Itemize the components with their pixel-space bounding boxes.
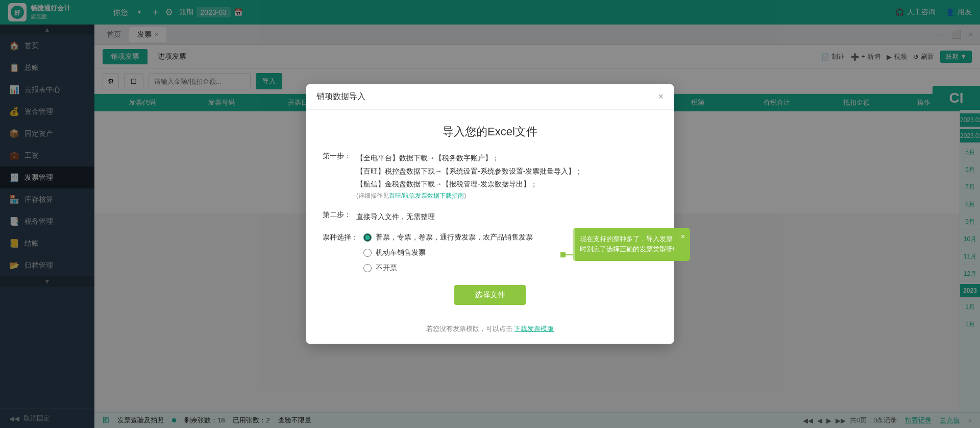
step1: 第一步： 【全电平台】数据下载→【税务数字账户】； 【百旺】税控盘数据下载→【系… xyxy=(323,152,657,201)
radio-input-1[interactable] xyxy=(363,233,372,242)
radio-group: 普票，专票，卷票，通行费发票，农产品销售发票 机动车销售发票 不开票 xyxy=(363,233,533,273)
tooltip-bubble: 现在支持的票种多了，导入发票时别忘了选择正确的发票类型呀! × xyxy=(573,228,690,261)
ticket-selection: 票种选择： 普票，专票，卷票，通行费发票，农产品销售发票 机动车销售发票 不开票 xyxy=(323,233,657,273)
modal-dialog: 销项数据导入 × 导入您的Excel文件 第一步： 【全电平台】数据下载→【税务… xyxy=(306,84,674,343)
radio-label-1: 普票，专票，卷票，通行费发票，农产品销售发票 xyxy=(376,233,533,242)
step1-line2: 【百旺】税控盘数据下载→【系统设置-系统参数设置-发票批量导入】； xyxy=(356,165,582,178)
step1-line1: 【全电平台】数据下载→【税务数字账户】； xyxy=(356,152,582,164)
tooltip-text: 现在支持的票种多了，导入发票时别忘了选择正确的发票类型呀! xyxy=(580,235,675,253)
modal-overlay: 销项数据导入 × 导入您的Excel文件 第一步： 【全电平台】数据下载→【税务… xyxy=(0,0,980,428)
footer-text: 若您没有发票模版，可以点击 xyxy=(426,325,512,332)
step2: 第二步： 直接导入文件，无需整理 xyxy=(323,210,657,223)
step1-content: 【全电平台】数据下载→【税务数字账户】； 【百旺】税控盘数据下载→【系统设置-系… xyxy=(356,152,582,201)
tooltip-container: 现在支持的票种多了，导入发票时别忘了选择正确的发票类型呀! × xyxy=(568,228,685,261)
select-file-button[interactable]: 选择文件 xyxy=(454,285,526,305)
radio-option-3[interactable]: 不开票 xyxy=(363,264,533,273)
modal-main-title: 导入您的Excel文件 xyxy=(323,124,657,139)
radio-input-3[interactable] xyxy=(363,264,372,272)
radio-option-2[interactable]: 机动车销售发票 xyxy=(363,248,533,257)
step1-line3: 【航信】金税盘数据下载→【报税管理-发票数据导出】； xyxy=(356,178,582,191)
modal-title: 销项数据导入 xyxy=(316,91,365,102)
step2-text: 直接导入文件，无需整理 xyxy=(356,210,435,223)
modal-close-button[interactable]: × xyxy=(658,91,664,102)
radio-label-2: 机动车销售发票 xyxy=(376,248,426,257)
guide-link[interactable]: 百旺/航信发票数据下载指南 xyxy=(389,192,464,199)
modal-footer: 若您没有发票模版，可以点击 下载发票模版 xyxy=(306,317,674,344)
tooltip-close-btn[interactable]: × xyxy=(681,231,685,242)
step1-label: 第一步： xyxy=(323,152,351,201)
modal-body: 导入您的Excel文件 第一步： 【全电平台】数据下载→【税务数字账户】； 【百… xyxy=(306,110,674,317)
ticket-label: 票种选择： xyxy=(323,233,358,273)
radio-option-1[interactable]: 普票，专票，卷票，通行费发票，农产品销售发票 xyxy=(363,233,533,242)
step2-label: 第二步： xyxy=(323,210,351,223)
download-template-link[interactable]: 下载发票模版 xyxy=(514,325,554,332)
radio-label-3: 不开票 xyxy=(376,264,397,273)
radio-input-2[interactable] xyxy=(363,249,372,257)
tooltip-bar xyxy=(573,228,575,261)
step1-guide-link-text: (详细操作见百旺/航信发票数据下载指南) xyxy=(356,191,582,202)
modal-header: 销项数据导入 × xyxy=(306,84,674,110)
